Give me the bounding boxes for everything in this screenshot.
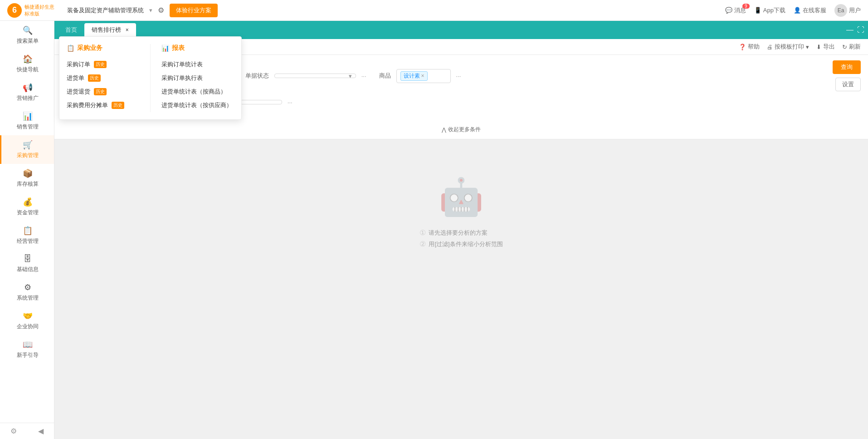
menu-item-order-exec[interactable]: 采购订单执行表 <box>161 71 234 85</box>
menu-section-reports: 📊 报表 采购订单统计表 采购订单执行表 进货单统计表（按商品） 进货单统计表（… <box>161 44 234 112</box>
service-item[interactable]: 👤 在线客服 <box>794 6 826 15</box>
order-status-dropdown-icon: ▾ <box>349 73 352 79</box>
topbar: 6 畅捷通好生意 标准版 装备及固定资产辅助管理系统 ▾ ⚙ 体验行业方案 💬 … <box>0 0 868 21</box>
empty-state: 🤖 ① 请先选择要分析的方案 ② 用[过滤]条件来缩小分析范围 <box>54 139 868 287</box>
sidebar: 🔍 搜索菜单 🏠 快捷导航 📢 营销推广 📊 销售管理 🛒 采购管理 📦 库存核… <box>0 21 54 439</box>
system-dropdown-icon[interactable]: ▾ <box>149 7 152 14</box>
sidebar-item-system[interactable]: ⚙ 系统管理 <box>0 278 54 306</box>
settings-button[interactable]: 设置 <box>835 78 861 91</box>
purchase-order-badge: 历史 <box>94 61 107 68</box>
goods-dots[interactable]: ··· <box>456 73 461 79</box>
sidebar-collapse-icon[interactable]: ◀ <box>38 427 44 435</box>
sidebar-label-search: 搜索菜单 <box>17 37 39 45</box>
menu-item-goods-return[interactable]: 进货退货 历史 <box>67 85 139 99</box>
message-icon: 💬 <box>725 7 732 14</box>
sidebar-item-guide[interactable]: 📖 新手引导 <box>0 335 54 364</box>
megaphone-icon: 📢 <box>23 83 33 93</box>
tab-maximize-icon[interactable]: ⛶ <box>857 26 864 34</box>
sidebar-item-inventory[interactable]: 📦 库存核算 <box>0 164 54 192</box>
order-status-label: 单据状态 <box>245 72 269 80</box>
sidebar-label-system: 系统管理 <box>17 294 39 302</box>
sidebar-item-search[interactable]: 🔍 搜索菜单 <box>0 21 54 49</box>
empty-hints: ① 请先选择要分析的方案 ② 用[过滤]条件来缩小分析范围 <box>419 226 502 251</box>
sidebar-item-sales[interactable]: 📊 销售管理 <box>0 107 54 135</box>
chart-icon: 📊 <box>23 111 33 121</box>
menu-section-purchase: 📋 采购业务 采购订单 历史 进货单 历史 进货退货 历史 采购费用分摊单 历史 <box>67 44 139 112</box>
sidebar-label-quick: 快捷导航 <box>17 66 39 74</box>
order-status-select[interactable]: ▾ <box>274 74 356 78</box>
service-label: 在线客服 <box>803 6 826 15</box>
salesperson-dots[interactable]: ··· <box>288 99 293 106</box>
sidebar-settings-icon[interactable]: ⚙ <box>10 427 17 435</box>
menu-item-goods-in-by-supplier[interactable]: 进货单统计表（按供应商） <box>161 99 234 112</box>
sidebar-label-inventory: 库存核算 <box>17 180 39 188</box>
purchase-cost-badge: 历史 <box>112 102 124 109</box>
collapse-btn[interactable]: ⋀ 收起更多条件 <box>442 126 481 133</box>
sidebar-label-guide: 新手引导 <box>17 351 39 359</box>
home-icon: 🏠 <box>23 54 33 64</box>
order-status-dots[interactable]: ··· <box>361 73 366 79</box>
sidebar-item-basic[interactable]: 🗄 基础信息 <box>0 250 54 278</box>
sidebar-label-sales: 销售管理 <box>17 123 39 131</box>
menu-item-order-stats[interactable]: 采购订单统计表 <box>161 58 234 71</box>
menu-item-goods-in[interactable]: 进货单 历史 <box>67 71 139 85</box>
clipboard-icon: 📋 <box>23 226 33 236</box>
industry-btn[interactable]: 体验行业方案 <box>170 4 218 17</box>
sidebar-item-cooperation[interactable]: 🤝 企业协同 <box>0 306 54 335</box>
print-icon: 🖨 <box>767 44 773 50</box>
app-download-item[interactable]: 📱 App下载 <box>754 6 785 15</box>
goods-in-badge: 历史 <box>88 74 101 82</box>
action-col: 查询 设置 <box>833 60 861 91</box>
book-icon: 📖 <box>23 340 33 350</box>
app-label: App下载 <box>763 6 785 15</box>
menu-item-goods-in-by-product[interactable]: 进货单统计表（按商品） <box>161 85 234 99</box>
refresh-icon: ↻ <box>842 44 847 50</box>
report-section-icon: 📊 <box>161 44 169 52</box>
print-action[interactable]: 🖨 按模板打印 ▾ <box>767 43 809 51</box>
export-action[interactable]: ⬇ 导出 <box>816 43 835 51</box>
purchase-section-icon: 📋 <box>67 44 74 52</box>
sidebar-item-operation[interactable]: 📋 经营管理 <box>0 221 54 250</box>
query-button[interactable]: 查询 <box>833 60 861 74</box>
tab-bar-actions: — ⛶ <box>846 26 864 34</box>
user-label: 用户 <box>849 6 861 15</box>
goods-input[interactable]: 设计素 × <box>396 69 451 83</box>
user-item[interactable]: Ea 用户 <box>834 4 861 17</box>
database-icon: 🗄 <box>24 254 32 264</box>
tab-close-icon[interactable]: × <box>126 27 129 33</box>
goods-tag-close[interactable]: × <box>421 73 424 79</box>
export-icon: ⬇ <box>816 44 821 50</box>
sidebar-label-operation: 经营管理 <box>17 237 39 245</box>
sidebar-item-purchase[interactable]: 🛒 采购管理 <box>0 135 54 164</box>
sidebar-item-finance[interactable]: 💰 资金管理 <box>0 192 54 221</box>
help-action[interactable]: ❓ 帮助 <box>739 43 760 51</box>
sidebar-label-finance: 资金管理 <box>17 209 39 217</box>
topbar-right: 💬 消息 9 📱 App下载 👤 在线客服 Ea 用户 <box>725 4 861 17</box>
sidebar-item-quick[interactable]: 🏠 快捷导航 <box>0 49 54 78</box>
money-icon: 💰 <box>23 197 33 207</box>
empty-hint-1: ① 请先选择要分析的方案 <box>419 228 502 237</box>
goods-tag: 设计素 × <box>400 71 428 81</box>
empty-illustration: 🤖 <box>439 176 484 218</box>
sidebar-item-marketing[interactable]: 📢 营销推广 <box>0 78 54 107</box>
tab-sales-rank[interactable]: 销售排行榜 × <box>84 23 136 37</box>
menu-item-purchase-order[interactable]: 采购订单 历史 <box>67 58 139 71</box>
logo: 6 畅捷通好生意 标准版 <box>7 3 62 18</box>
sidebar-label-purchase: 采购管理 <box>17 152 39 159</box>
box-icon: 📦 <box>23 168 33 178</box>
refresh-action[interactable]: ↻ 刷新 <box>842 43 861 51</box>
tab-home[interactable]: 首页 <box>58 23 84 37</box>
message-badge: 9 <box>742 4 750 9</box>
headset-icon: 👤 <box>794 7 801 14</box>
message-item[interactable]: 💬 消息 9 <box>725 6 746 15</box>
goods-return-badge: 历史 <box>94 88 107 95</box>
sidebar-label-cooperation: 企业协同 <box>17 323 39 330</box>
settings-icon[interactable]: ⚙ <box>158 6 164 15</box>
search-icon: 🔍 <box>23 25 33 35</box>
menu-item-purchase-cost[interactable]: 采购费用分摊单 历史 <box>67 99 139 112</box>
collapse-up-icon: ⋀ <box>442 127 446 133</box>
section-title-purchase: 📋 采购业务 <box>67 44 139 52</box>
tab-minimize-icon[interactable]: — <box>846 26 853 34</box>
logo-text: 畅捷通好生意 标准版 <box>24 4 54 17</box>
print-dropdown-icon: ▾ <box>806 44 809 50</box>
